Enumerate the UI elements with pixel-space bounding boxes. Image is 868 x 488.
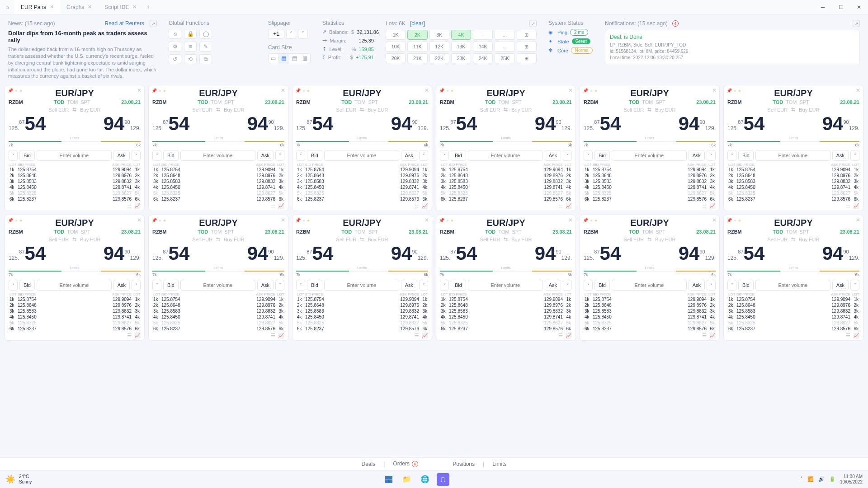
orderbook-row[interactable]: 5k125.8325 129.86275k [9, 320, 141, 326]
chart-icon[interactable]: 📈 [709, 203, 716, 209]
orderbook-row[interactable]: 3k125.8583 129.88323k [584, 308, 716, 314]
orderbook-row[interactable]: 6k125.8237 129.85766k [727, 196, 859, 202]
chart-icon[interactable]: 📈 [278, 203, 284, 209]
lot-button[interactable]: 23K [451, 53, 471, 63]
tenor-spt[interactable]: SPT [224, 99, 234, 105]
orderbook-row[interactable]: 1k125.8754 129.90941k [440, 296, 572, 302]
sell-price[interactable]: 125.8754 [584, 114, 621, 133]
chart-icon[interactable]: 📈 [134, 203, 141, 209]
orderbook-row[interactable]: 3k125.8583 129.88323k [296, 178, 428, 184]
bid-dropdown-icon[interactable]: ˅ [9, 150, 18, 161]
orderbook-row[interactable]: 4k125.8450 129.87414k [440, 184, 572, 190]
swap-icon[interactable]: ⇆ [216, 236, 220, 242]
buy-label[interactable]: Buy EUR [368, 107, 388, 113]
ask-dropdown-icon[interactable]: ˅ [275, 280, 284, 291]
bid-button[interactable]: Bid [307, 150, 322, 161]
gf-history-icon[interactable]: ↺ [169, 54, 181, 64]
buy-label[interactable]: Buy EUR [799, 107, 819, 113]
orderbook-row[interactable]: 6k125.8237 129.85766k [296, 326, 428, 332]
tenor-tod[interactable]: TOD [198, 229, 208, 235]
swap-icon[interactable]: ⇆ [360, 236, 364, 242]
orderbook-row[interactable]: 3k125.8583 129.88323k [9, 308, 141, 314]
sell-price[interactable]: 125.8754 [584, 244, 621, 263]
pin-icon[interactable]: 📌 [8, 88, 13, 93]
taskbar-clock[interactable]: 11:00 AM 10/05/2022 [840, 474, 863, 485]
ask-button[interactable]: Ask [113, 150, 130, 161]
ask-dropdown-icon[interactable]: ˅ [563, 150, 572, 161]
buy-price[interactable]: 9490129. [391, 244, 428, 263]
tenor-spt[interactable]: SPT [368, 229, 377, 235]
ask-button[interactable]: Ask [545, 280, 561, 291]
popout-icon[interactable]: ↗ [150, 20, 157, 27]
tray-chevron-icon[interactable]: ˄ [800, 476, 803, 482]
orderbook-row[interactable]: 1k125.8754 129.90941k [727, 167, 859, 173]
ask-button[interactable]: Ask [689, 150, 705, 161]
chart-icon[interactable]: 📈 [853, 203, 859, 209]
card-close-icon[interactable]: ✕ [712, 217, 717, 223]
buy-label[interactable]: Buy EUR [655, 107, 675, 113]
orderbook-row[interactable]: 2k125.8648 129.89762k [440, 173, 572, 178]
orderbook-row[interactable]: 5k125.8325 129.86275k [152, 190, 284, 196]
tab-graphs[interactable]: Graphs✕ [60, 0, 98, 14]
card-close-icon[interactable]: ✕ [568, 217, 573, 223]
orderbook-row[interactable]: 5k125.8325 129.86275k [296, 320, 428, 326]
popout-icon[interactable]: ↗ [529, 20, 537, 27]
slippage-up-icon[interactable]: ˄ [286, 29, 296, 39]
orderbook-row[interactable]: 1k125.8754 129.90941k [9, 296, 141, 302]
volume-input[interactable] [180, 150, 255, 161]
wifi-icon[interactable]: 📶 [807, 476, 814, 482]
volume-input[interactable] [755, 150, 830, 161]
orderbook-row[interactable]: 2k125.8648 129.89762k [440, 302, 572, 308]
lot-icon-button[interactable]: ⊞ [517, 53, 537, 63]
sell-label[interactable]: Sell EUR [193, 107, 213, 113]
orderbook-row[interactable]: 5k125.8325 129.86275k [440, 320, 572, 326]
orderbook-row[interactable]: 4k125.8450 129.87414k [296, 314, 428, 320]
sell-label[interactable]: Sell EUR [768, 107, 788, 113]
sell-price[interactable]: 125.8754 [296, 114, 333, 133]
orderbook-row[interactable]: 5k125.8325 129.86275k [727, 320, 859, 326]
list-icon[interactable]: ☰ [558, 333, 563, 338]
lot-button[interactable]: 2K [407, 30, 427, 40]
list-icon[interactable]: ☰ [127, 203, 132, 209]
swap-icon[interactable]: ⇆ [504, 236, 508, 242]
orderbook-row[interactable]: 4k125.8450 129.87414k [584, 314, 716, 320]
tenor-tom[interactable]: TOM [211, 229, 222, 235]
tenor-tod[interactable]: TOD [341, 99, 352, 105]
lot-button[interactable]: 21K [407, 53, 427, 63]
card-close-icon[interactable]: ✕ [856, 87, 860, 94]
bid-button[interactable]: Bid [738, 150, 754, 161]
buy-label[interactable]: Buy EUR [511, 107, 532, 113]
orderbook-row[interactable]: 6k125.8237 129.85766k [9, 196, 141, 202]
tenor-tod[interactable]: TOD [629, 99, 639, 105]
orderbook-row[interactable]: 2k125.8648 129.89762k [584, 173, 716, 178]
bid-button[interactable]: Bid [594, 280, 610, 291]
orderbook-row[interactable]: 2k125.8648 129.89762k [727, 302, 859, 308]
ask-dropdown-icon[interactable]: ˅ [563, 280, 572, 291]
buy-price[interactable]: 9490129. [104, 114, 141, 133]
tenor-tom[interactable]: TOM [211, 99, 222, 105]
orderbook-row[interactable]: 5k125.8325 129.86275k [296, 190, 428, 196]
app-icon[interactable]: ⎍ [437, 473, 449, 486]
buy-price[interactable]: 9490129. [247, 114, 284, 133]
news-source-link[interactable]: Read at Reuters [105, 20, 144, 27]
buy-label[interactable]: Buy EUR [655, 237, 675, 242]
list-icon[interactable]: ☰ [558, 203, 563, 209]
bid-dropdown-icon[interactable]: ˅ [440, 280, 449, 291]
bottom-deals[interactable]: Deals [361, 461, 375, 467]
lot-button[interactable]: 12K [429, 42, 449, 52]
volume-input[interactable] [37, 150, 112, 161]
sell-label[interactable]: Sell EUR [193, 237, 213, 242]
swap-icon[interactable]: ⇆ [72, 236, 76, 242]
bid-button[interactable]: Bid [163, 150, 179, 161]
tenor-tod[interactable]: TOD [54, 229, 64, 235]
sell-price[interactable]: 125.8754 [9, 114, 46, 133]
lot-button[interactable]: 22K [429, 53, 449, 63]
orderbook-row[interactable]: 6k125.8237 129.85766k [296, 196, 428, 202]
close-button[interactable]: ✕ [850, 0, 868, 14]
tab-close-icon[interactable]: ✕ [132, 4, 137, 10]
sell-price[interactable]: 125.8754 [296, 244, 333, 263]
orderbook-row[interactable]: 5k125.8325 129.86275k [584, 320, 716, 326]
card-close-icon[interactable]: ✕ [856, 217, 860, 223]
bid-button[interactable]: Bid [163, 280, 179, 291]
pin-icon[interactable]: 📌 [8, 218, 13, 223]
